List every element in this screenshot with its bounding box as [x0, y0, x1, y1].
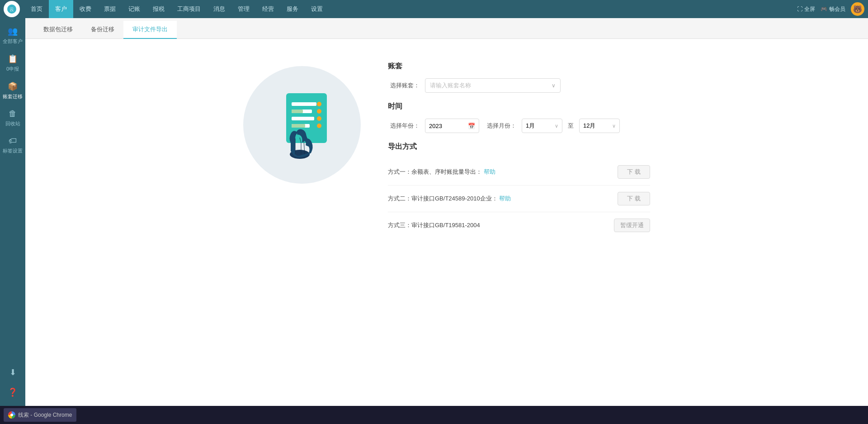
page-body: 账套 选择账套： 请输入账套名称 ∨ 时间 选择年份： 2023 📅	[25, 39, 868, 406]
fullscreen-button[interactable]: ⛶ 全屏	[797, 5, 815, 13]
sidebar-bottom: ⬇ ❓	[0, 363, 25, 406]
to-separator: 至	[568, 122, 574, 130]
time-section-title: 时间	[388, 102, 650, 111]
app-logo: 云	[4, 1, 20, 17]
account-placeholder: 请输入账套名称	[430, 81, 471, 90]
account-label: 选择账套：	[388, 81, 420, 90]
svg-text:云: 云	[9, 7, 14, 12]
account-select[interactable]: 请输入账套名称 ∨	[425, 78, 561, 93]
content-area: 数据包迁移 备份迁移 审计文件导出	[25, 18, 868, 406]
svg-point-9	[317, 116, 321, 121]
tab-audit-export[interactable]: 审计文件导出	[123, 21, 177, 39]
illustration-svg	[266, 84, 338, 166]
method-3-label: 方式三：审计接口GB/T19581-2004	[388, 221, 480, 229]
taskbar-item-label: 线索 - Google Chrome	[18, 411, 72, 419]
sidebar-help-button[interactable]: ❓	[0, 383, 25, 401]
method-2-help-link[interactable]: 帮助	[499, 195, 511, 202]
main-layout: 👥 全部客户 📋 0申报 📦 账套迁移 🗑 回收站 🏷 标签设置 ⬇ ❓ 数据包…	[0, 18, 868, 406]
month-start-arrow: ∨	[555, 123, 558, 129]
method-3-unlock-button[interactable]: 暂缓开通	[614, 219, 650, 232]
customers-icon: 👥	[8, 26, 18, 36]
svg-point-8	[317, 109, 321, 114]
svg-rect-11	[292, 110, 303, 113]
nav-settings[interactable]: 设置	[305, 0, 329, 18]
sidebar-item-tags[interactable]: 🏷 标签设置	[0, 132, 25, 159]
sidebar-item-account-migration[interactable]: 📦 账套迁移	[0, 77, 25, 105]
svg-rect-3	[292, 102, 316, 106]
method-1-help-link[interactable]: 帮助	[484, 168, 495, 175]
nav-menu: 首页 客户 收费 票据 记账 报税 工商项目 消息 管理 经营 服务 设置	[24, 0, 797, 18]
top-nav-right: ⛶ 全屏 🎮 畅会员 🐻	[797, 2, 864, 16]
sidebar-download-button[interactable]: ⬇	[0, 363, 25, 381]
nav-business[interactable]: 工商项目	[171, 0, 207, 18]
migration-icon: 📦	[8, 81, 18, 91]
export-method-1: 方式一：余额表、序时账批量导出： 帮助 下 载	[388, 159, 650, 186]
member-icon: 🎮	[821, 6, 827, 12]
left-sidebar: 👥 全部客户 📋 0申报 📦 账套迁移 🗑 回收站 🏷 标签设置 ⬇ ❓	[0, 18, 25, 406]
form-area: 账套 选择账套： 请输入账套名称 ∨ 时间 选择年份： 2023 📅	[388, 57, 650, 238]
method-1-download-button[interactable]: 下 载	[618, 165, 650, 179]
sidebar-item-recycle[interactable]: 🗑 回收站	[0, 105, 25, 132]
illustration-area	[243, 66, 361, 184]
svg-rect-5	[292, 117, 314, 120]
taskbar: 线索 - Google Chrome	[0, 406, 868, 424]
export-method-3: 方式三：审计接口GB/T19581-2004 暂缓开通	[388, 212, 650, 238]
svg-rect-12	[292, 124, 305, 128]
sidebar-item-all-customers[interactable]: 👥 全部客户	[0, 22, 25, 49]
tab-data-migration[interactable]: 数据包迁移	[34, 21, 82, 39]
calendar-icon: 📅	[468, 123, 475, 129]
nav-operations[interactable]: 经营	[256, 0, 280, 18]
year-input[interactable]: 2023 📅	[425, 119, 479, 133]
tags-icon: 🏷	[9, 136, 17, 146]
nav-bills[interactable]: 票据	[98, 0, 122, 18]
taskbar-chrome-item[interactable]: 线索 - Google Chrome	[4, 408, 76, 422]
nav-messages[interactable]: 消息	[207, 0, 231, 18]
export-method-2: 方式二：审计接口GB/T24589-2010企业： 帮助 下 载	[388, 186, 650, 212]
time-select-row: 选择年份： 2023 📅 选择月份： 1月 ∨ 至 12月 ∨	[388, 119, 650, 133]
month-label: 选择月份：	[485, 122, 516, 130]
year-value: 2023	[429, 123, 442, 129]
method-1-label: 方式一：余额表、序时账批量导出： 帮助	[388, 168, 495, 176]
svg-point-10	[317, 124, 321, 128]
chrome-icon	[8, 411, 15, 419]
month-start-value: 1月	[526, 122, 535, 130]
nav-fees[interactable]: 收费	[73, 0, 98, 18]
fullscreen-icon: ⛶	[797, 6, 802, 12]
tab-backup-migration[interactable]: 备份迁移	[82, 21, 123, 39]
month-end-value: 12月	[583, 122, 595, 130]
account-select-row: 选择账套： 请输入账套名称 ∨	[388, 78, 650, 93]
user-avatar[interactable]: 🐻	[851, 2, 864, 16]
account-dropdown-arrow: ∨	[552, 82, 556, 89]
recycle-icon: 🗑	[9, 109, 17, 119]
sub-tabs-bar: 数据包迁移 备份迁移 审计文件导出	[25, 18, 868, 39]
member-button[interactable]: 🎮 畅会员	[821, 5, 845, 13]
month-start-select[interactable]: 1月 ∨	[522, 119, 562, 133]
top-navigation: 云 首页 客户 收费 票据 记账 报税 工商项目 消息 管理 经营 服务 设置 …	[0, 0, 868, 18]
month-end-arrow: ∨	[612, 123, 616, 129]
account-section-title: 账套	[388, 62, 650, 71]
year-label: 选择年份：	[388, 122, 420, 130]
method-2-download-button[interactable]: 下 载	[618, 192, 650, 205]
export-section-title: 导出方式	[388, 142, 650, 152]
sidebar-item-zero-declare[interactable]: 📋 0申报	[0, 49, 25, 77]
nav-customers[interactable]: 客户	[49, 0, 73, 18]
declare-icon: 📋	[8, 54, 18, 64]
svg-point-7	[317, 102, 321, 106]
nav-home[interactable]: 首页	[24, 0, 49, 18]
nav-manage[interactable]: 管理	[231, 0, 256, 18]
nav-tax[interactable]: 报税	[146, 0, 171, 18]
month-end-select[interactable]: 12月 ∨	[579, 119, 620, 133]
nav-accounting[interactable]: 记账	[122, 0, 146, 18]
nav-service[interactable]: 服务	[280, 0, 305, 18]
method-2-label: 方式二：审计接口GB/T24589-2010企业： 帮助	[388, 195, 511, 203]
